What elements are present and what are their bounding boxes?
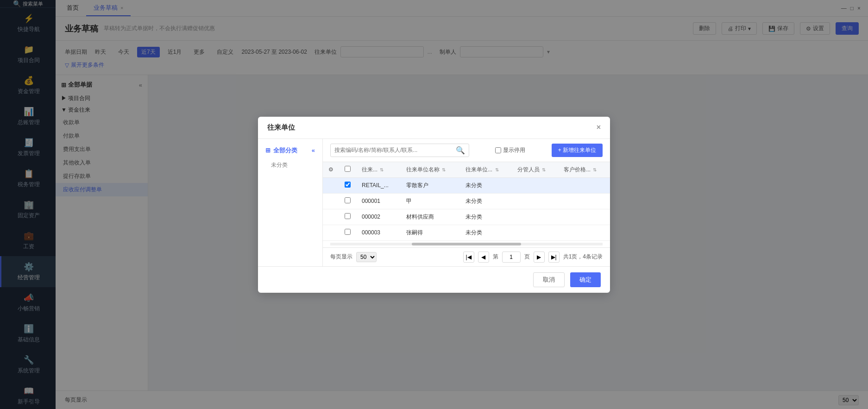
horizontal-scrollbar[interactable] (330, 243, 603, 245)
row-category-4: 未分类 (460, 225, 512, 240)
row-category-1: 未分类 (460, 177, 512, 193)
th-price-label: 客户价格... (564, 166, 591, 173)
row-name-3: 材料供应商 (401, 209, 460, 225)
th-category-sort-icon: ⇅ (495, 167, 499, 172)
row-name-4: 张嗣得 (401, 225, 460, 240)
th-category[interactable]: 往来单位... ⇅ (460, 162, 512, 178)
table-row[interactable]: 000003 张嗣得 未分类 (323, 225, 610, 240)
th-name-sort-icon: ⇅ (442, 167, 446, 172)
modal-sidebar-all[interactable]: ⊞ 全部分类 « (258, 143, 322, 158)
th-code[interactable]: 往来... ⇅ (356, 162, 401, 178)
first-page-btn[interactable]: |◀ (463, 252, 474, 263)
modal-body: ⊞ 全部分类 « 未分类 🔍 显示停用 (258, 139, 610, 266)
per-page-area: 每页显示 50 (330, 252, 377, 262)
modal-sidebar-all-label: 全部分类 (273, 146, 297, 155)
th-price[interactable]: 客户价格... ⇅ (558, 162, 610, 178)
row-category-3: 未分类 (460, 209, 512, 225)
row-manager-4 (512, 225, 558, 240)
th-checkbox (339, 162, 356, 178)
table-row[interactable]: 000001 甲 未分类 (323, 193, 610, 209)
modal-overlay: 往来单位 × ⊞ 全部分类 « 未分类 (0, 0, 868, 409)
page-prefix: 第 (493, 253, 498, 261)
row-code-2: 000001 (356, 193, 401, 209)
table-row[interactable]: RETAIL_... 零散客户 未分类 (323, 177, 610, 193)
select-all-checkbox[interactable] (345, 166, 351, 172)
modal-actions: 取消 确定 (258, 266, 610, 293)
row-code-4: 000003 (356, 225, 401, 240)
modal-table: ⚙ 往来... ⇅ 往来单位名称 ⇅ (323, 162, 610, 241)
last-page-btn[interactable]: ▶| (548, 252, 560, 263)
th-code-sort-icon: ⇅ (380, 167, 384, 172)
row-gear (323, 177, 339, 193)
cancel-button[interactable]: 取消 (533, 272, 565, 287)
th-name[interactable]: 往来单位名称 ⇅ (401, 162, 460, 178)
new-partner-button[interactable]: + 新增往来单位 (552, 144, 603, 157)
search-icon: 🔍 (456, 146, 465, 155)
th-gear: ⚙ (323, 162, 339, 178)
row-code-1: RETAIL_... (356, 177, 401, 193)
per-page-label: 每页显示 (330, 253, 352, 261)
scrollbar-thumb[interactable] (412, 243, 521, 245)
th-code-label: 往来... (362, 166, 377, 173)
search-box: 🔍 (330, 144, 469, 157)
th-price-sort-icon: ⇅ (593, 167, 597, 172)
modal-sidebar: ⊞ 全部分类 « 未分类 (258, 139, 323, 266)
row-gear (323, 209, 339, 225)
row-checkbox-1[interactable] (339, 177, 356, 193)
row-category-2: 未分类 (460, 193, 512, 209)
page-suffix: 页 (524, 253, 530, 261)
modal-toolbar: 🔍 显示停用 + 新增往来单位 (323, 139, 610, 162)
pagination: |◀ ◀ 第 页 ▶ ▶| 共1页，4条记录 (463, 252, 603, 263)
confirm-button[interactable]: 确定 (570, 272, 601, 287)
modal-footer-bar: 每页显示 50 |◀ ◀ 第 页 ▶ ▶| 共1页，4条记录 (323, 247, 610, 266)
next-page-btn[interactable]: ▶ (534, 252, 545, 263)
show-disabled-text: 显示停用 (503, 146, 525, 154)
modal-title: 往来单位 (267, 123, 295, 132)
per-page-select[interactable]: 50 (356, 252, 377, 262)
modal-main: 🔍 显示停用 + 新增往来单位 ⚙ (323, 139, 610, 266)
page-number-input[interactable] (502, 252, 521, 263)
row-checkbox-4[interactable] (339, 225, 356, 240)
search-input[interactable] (334, 147, 453, 153)
row-gear (323, 225, 339, 240)
row-gear (323, 193, 339, 209)
row-price-4 (558, 225, 610, 240)
table-row[interactable]: 000002 材料供应商 未分类 (323, 209, 610, 225)
row-checkbox-3[interactable] (339, 209, 356, 225)
row-manager-3 (512, 209, 558, 225)
th-category-label: 往来单位... (465, 166, 492, 173)
th-manager[interactable]: 分管人员 ⇅ (512, 162, 558, 178)
table-body: RETAIL_... 零散客户 未分类 000001 甲 (323, 177, 610, 240)
row-manager-1 (512, 177, 558, 193)
table-header-row: ⚙ 往来... ⇅ 往来单位名称 ⇅ (323, 162, 610, 178)
show-disabled-checkbox[interactable] (495, 147, 501, 153)
row-manager-2 (512, 193, 558, 209)
modal-sidebar-unclassified[interactable]: 未分类 (258, 158, 322, 172)
modal-sidebar-unclassified-label: 未分类 (271, 162, 288, 168)
row-checkbox-2[interactable] (339, 193, 356, 209)
modal-close-button[interactable]: × (597, 123, 601, 132)
modal-sidebar-collapse-icon[interactable]: « (312, 147, 315, 154)
modal-table-wrap: ⚙ 往来... ⇅ 往来单位名称 ⇅ (323, 162, 610, 247)
row-price-3 (558, 209, 610, 225)
show-disabled-label[interactable]: 显示停用 (495, 146, 525, 154)
grid-icon: ⊞ (265, 147, 270, 154)
total-records: 共1页，4条记录 (563, 253, 603, 261)
row-price-1 (558, 177, 610, 193)
row-code-3: 000002 (356, 209, 401, 225)
prev-page-btn[interactable]: ◀ (478, 252, 489, 263)
th-manager-sort-icon: ⇅ (542, 167, 546, 172)
row-price-2 (558, 193, 610, 209)
modal-dialog: 往来单位 × ⊞ 全部分类 « 未分类 (258, 117, 610, 293)
th-name-label: 往来单位名称 (406, 166, 440, 173)
row-name-2: 甲 (401, 193, 460, 209)
row-name-1: 零散客户 (401, 177, 460, 193)
th-manager-label: 分管人员 (517, 166, 540, 173)
modal-header: 往来单位 × (258, 117, 610, 139)
